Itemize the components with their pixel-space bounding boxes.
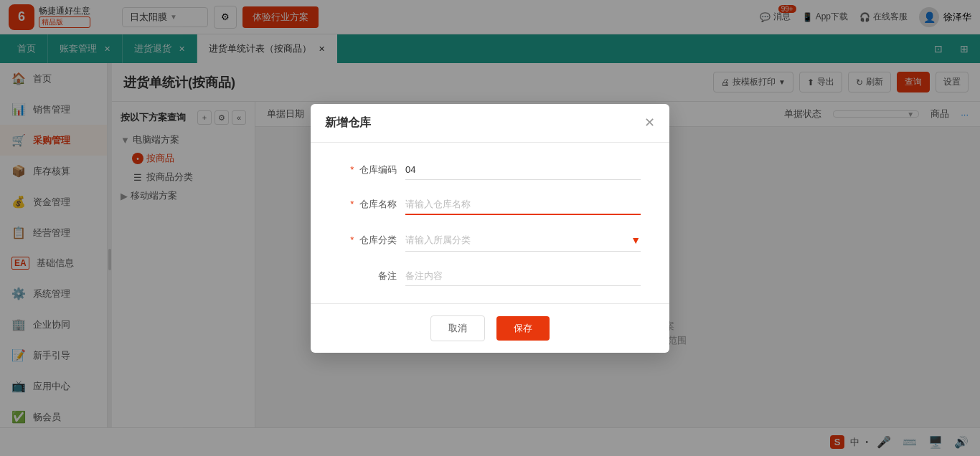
- category-placeholder: 请输入所属分类: [405, 234, 471, 247]
- modal-title: 新增仓库: [325, 115, 371, 130]
- category-dropdown-arrow: ▼: [631, 234, 641, 246]
- save-button[interactable]: 保存: [496, 316, 550, 341]
- category-label-text: 仓库分类: [359, 234, 397, 245]
- code-label-text: 仓库编码: [359, 164, 397, 175]
- modal-footer: 取消 保存: [311, 303, 669, 353]
- required-star-name: *: [350, 199, 354, 209]
- name-label-text: 仓库名称: [359, 199, 397, 209]
- required-star-code: *: [350, 164, 354, 175]
- category-select[interactable]: 请输入所属分类 ▼: [405, 229, 641, 252]
- form-row-code: * 仓库编码: [339, 160, 641, 180]
- code-label: * 仓库编码: [339, 163, 397, 176]
- form-row-name: * 仓库名称: [339, 194, 641, 215]
- modal-overlay[interactable]: 新增仓库 ✕ * 仓库编码 * 仓库名称: [0, 0, 980, 456]
- required-star-category: *: [350, 234, 354, 245]
- code-input[interactable]: [405, 160, 641, 180]
- note-input[interactable]: [405, 266, 641, 286]
- name-label: * 仓库名称: [339, 198, 397, 211]
- name-input[interactable]: [405, 194, 641, 215]
- note-label-text: 备注: [378, 270, 397, 281]
- cancel-button[interactable]: 取消: [430, 315, 485, 341]
- modal-close-button[interactable]: ✕: [644, 116, 655, 129]
- category-label: * 仓库分类: [339, 234, 397, 247]
- modal-header: 新增仓库 ✕: [311, 104, 669, 143]
- add-warehouse-modal: 新增仓库 ✕ * 仓库编码 * 仓库名称: [311, 104, 669, 353]
- note-label: 备注: [339, 270, 397, 282]
- form-row-note: 备注: [339, 266, 641, 286]
- form-row-category: * 仓库分类 请输入所属分类 ▼: [339, 229, 641, 252]
- modal-body: * 仓库编码 * 仓库名称 * 仓库分类 请输入: [311, 143, 669, 303]
